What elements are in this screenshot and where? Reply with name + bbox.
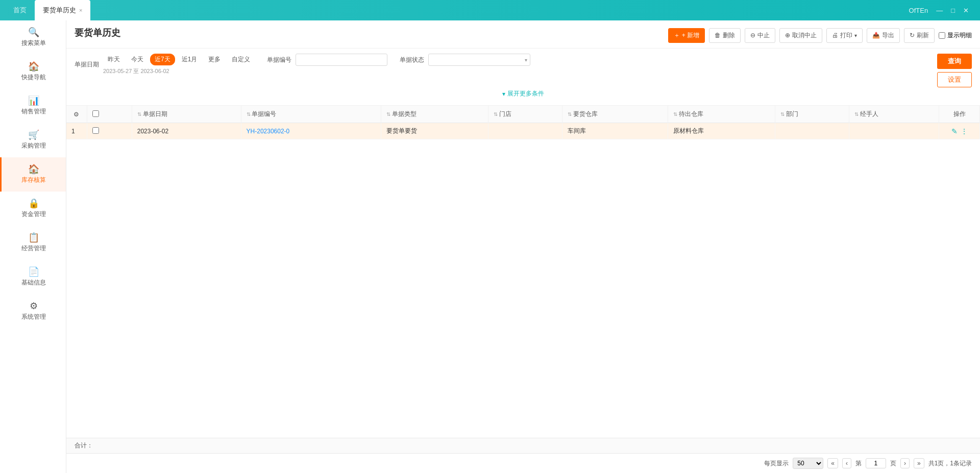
col-pending-warehouse-label: 待出仓库 (679, 110, 703, 117)
col-store-header[interactable]: 门店 (488, 106, 562, 123)
sidebar-item-search-menu[interactable]: 🔍 搜索菜单 (0, 20, 66, 55)
sidebar-item-system[interactable]: ⚙ 系统管理 (0, 294, 66, 328)
page-size-label: 每页显示 (764, 459, 789, 468)
page-size-select[interactable]: 50 10 20 100 (793, 458, 823, 469)
prev-page-btn[interactable]: ‹ (842, 458, 851, 468)
minimize-btn[interactable]: — (936, 7, 943, 14)
first-page-btn[interactable]: « (827, 458, 838, 468)
export-button[interactable]: 📤 导出 (867, 28, 900, 43)
table-footer: 合计： (66, 438, 980, 453)
row-doc-no[interactable]: YH-20230602-0 (241, 123, 381, 139)
date-filter-group: 单据日期 昨天 今天 近7天 近1月 更多 自定义 2023-05-27 至 2… (75, 54, 255, 75)
sidebar-item-sales[interactable]: 📊 销售管理 (0, 89, 66, 123)
col-department-header[interactable]: 部门 (775, 106, 849, 123)
expand-more-text: 展开更多条件 (507, 89, 544, 98)
total-info: 共1页，1条记录 (928, 459, 972, 468)
doc-no-input[interactable] (296, 54, 387, 66)
sidebar-item-finance[interactable]: 🔒 资金管理 (0, 192, 66, 226)
sidebar: 🔍 搜索菜单 🏠 快捷导航 📊 销售管理 🛒 采购管理 🏠 库存核算 🔒 资金管… (0, 20, 66, 473)
row-handler (849, 123, 939, 139)
date-more-btn[interactable]: 更多 (204, 54, 225, 65)
sidebar-item-inventory-label: 库存核算 (21, 176, 46, 184)
date-today-btn[interactable]: 今天 (127, 54, 148, 65)
table-area: ⚙ 单据日期 单据编号 单据类型 门店 (66, 106, 980, 438)
print-dropdown-icon: ▾ (854, 33, 857, 38)
export-label: 导出 (882, 31, 894, 40)
tab-requisition-history[interactable]: 要货单历史 × (35, 0, 90, 20)
date-7days-btn[interactable]: 近7天 (150, 54, 175, 65)
col-doc-no-label: 单据编号 (252, 110, 276, 117)
purchase-icon: 🛒 (28, 130, 39, 139)
doc-no-label: 单据编号 (267, 56, 291, 64)
row-checkbox[interactable] (87, 123, 132, 139)
page-suffix-text: 页 (890, 459, 896, 468)
sidebar-item-inventory[interactable]: 🏠 库存核算 (0, 157, 66, 192)
main-layout: 🔍 搜索菜单 🏠 快捷导航 📊 销售管理 🛒 采购管理 🏠 库存核算 🔒 资金管… (0, 20, 980, 473)
maximize-btn[interactable]: □ (951, 7, 955, 14)
tab-home[interactable]: 首页 (5, 0, 35, 20)
toolbar: ＋ + 新增 🗑 删除 ⊖ 中止 ⊕ 取消中止 (668, 28, 972, 43)
doc-no-link[interactable]: YH-20230602-0 (247, 128, 290, 135)
col-doc-date-label: 单据日期 (143, 110, 167, 117)
print-button[interactable]: 🖨 打印 ▾ (826, 28, 863, 43)
date-custom-btn[interactable]: 自定义 (227, 54, 255, 65)
row-store (488, 123, 562, 139)
operation-icon: 📋 (28, 233, 39, 242)
sidebar-item-system-label: 系统管理 (21, 313, 46, 321)
new-label: + 新增 (682, 31, 699, 40)
filter-settings-button[interactable]: 设置 (937, 72, 972, 87)
row-index: 1 (66, 123, 87, 139)
date-yesterday-btn[interactable]: 昨天 (103, 54, 125, 65)
sidebar-item-basic-info[interactable]: 📄 基础信息 (0, 260, 66, 294)
new-button[interactable]: ＋ + 新增 (668, 28, 705, 43)
tab-home-label: 首页 (13, 6, 27, 15)
delete-button[interactable]: 🗑 删除 (709, 28, 741, 43)
col-req-warehouse-header[interactable]: 要货仓库 (562, 106, 668, 123)
date-range-text: 2023-05-27 至 2023-06-02 (103, 67, 255, 75)
col-ops-label: 操作 (953, 110, 966, 117)
page-num-input[interactable] (866, 458, 886, 468)
sidebar-item-purchase[interactable]: 🛒 采购管理 (0, 123, 66, 157)
next-page-btn[interactable]: › (900, 458, 910, 468)
search-button[interactable]: 查询 (937, 54, 972, 69)
table-row: 1 2023-06-02 YH-20230602-0 要货单要货 车间库 原材料… (66, 123, 980, 139)
row-edit-btn[interactable]: ✎ (951, 127, 958, 135)
show-detail-label[interactable]: 显示明细 (939, 31, 972, 40)
sidebar-item-operation-label: 经营管理 (21, 244, 46, 253)
col-handler-header[interactable]: 经手人 (849, 106, 939, 123)
cancel-stop-label: 取消中止 (792, 31, 817, 40)
show-detail-checkbox[interactable] (939, 32, 945, 39)
expand-more-btn[interactable]: ▾ 展开更多条件 (75, 87, 972, 100)
date-1month-btn[interactable]: 近1月 (177, 54, 202, 65)
close-btn[interactable]: ✕ (963, 7, 969, 14)
row-req-warehouse: 车间库 (562, 123, 668, 139)
cancel-stop-button[interactable]: ⊕ 取消中止 (779, 28, 822, 43)
row-more-btn[interactable]: ⋮ (961, 127, 968, 135)
finance-icon: 🔒 (28, 199, 39, 208)
refresh-label: 刷新 (917, 31, 929, 40)
sidebar-item-search-menu-label: 搜索菜单 (21, 39, 46, 48)
row-select-checkbox[interactable] (92, 127, 99, 134)
sidebar-item-operation[interactable]: 📋 经营管理 (0, 226, 66, 260)
stop-button[interactable]: ⊖ 中止 (745, 28, 775, 43)
select-all-checkbox[interactable] (92, 110, 99, 117)
col-checkbox-header[interactable] (87, 106, 132, 123)
col-pending-warehouse-header[interactable]: 待出仓库 (668, 106, 775, 123)
row-department (775, 123, 849, 139)
sidebar-item-quick-nav[interactable]: 🏠 快捷导航 (0, 55, 66, 89)
col-settings-header[interactable]: ⚙ (66, 106, 87, 123)
tab-close-icon[interactable]: × (79, 7, 82, 13)
col-doc-type-header[interactable]: 单据类型 (381, 106, 488, 123)
col-doc-date-header[interactable]: 单据日期 (132, 106, 241, 123)
status-select[interactable] (428, 54, 530, 66)
export-icon: 📤 (872, 32, 880, 39)
status-filter-group: 单据状态 (400, 54, 530, 66)
show-detail-text: 显示明细 (947, 31, 972, 40)
page-title: 要货单历史 (75, 27, 120, 39)
refresh-button[interactable]: ↻ 刷新 (904, 28, 935, 43)
row-doc-date: 2023-06-02 (132, 123, 241, 139)
delete-label: 删除 (723, 31, 735, 40)
col-doc-no-header[interactable]: 单据编号 (241, 106, 381, 123)
last-page-btn[interactable]: » (914, 458, 924, 468)
basic-info-icon: 📄 (28, 267, 39, 276)
